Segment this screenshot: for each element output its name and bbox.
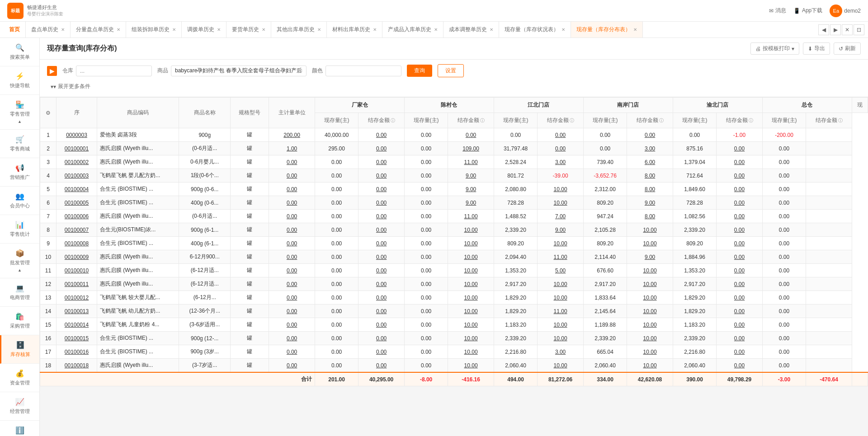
sidebar-item-wholesale[interactable]: 📦 批发管理 ▲ (0, 244, 39, 278)
close-icon[interactable]: ✕ (561, 27, 565, 32)
nav-prev-btn[interactable]: ◀ (818, 24, 829, 35)
cell-f2-amt: 0.00 (405, 237, 448, 250)
tab-5[interactable]: 其他出库单历史 ✕ (271, 22, 327, 38)
tab-10[interactable]: 现存量（库存分布表） ✕ (571, 22, 643, 38)
close-icon[interactable]: ✕ (434, 27, 438, 32)
sidebar-item-inventory[interactable]: 🗄️ 库存核算 (0, 335, 39, 364)
cell-f1-qty: 1.00 (269, 142, 315, 155)
cell-f3-amt: 801.72 (494, 169, 537, 183)
tab-7[interactable]: 产成品入库单历史 ✕ (382, 22, 443, 38)
expand-conditions-btn[interactable]: ▾▾ 展开更多条件 (47, 81, 861, 92)
cell-f3-qty: 10.00 (448, 223, 494, 237)
tab-4[interactable]: 要货单历史 ✕ (226, 22, 271, 38)
col-nanan-qty: 现存量(主) (583, 113, 627, 128)
refresh-button[interactable]: ↺ 刷新 (834, 42, 861, 55)
goods-input[interactable] (171, 66, 307, 76)
warehouse-input[interactable] (76, 66, 152, 76)
cell-f5-amt: 809.20 (673, 237, 716, 250)
sidebar-item-members[interactable]: 👥 会员中心 (0, 187, 39, 215)
close-icon[interactable]: ✕ (490, 27, 493, 32)
sidebar-item-operations[interactable]: 📈 经营管理 (0, 392, 39, 421)
cell-f3-amt: 2,060.40 (494, 359, 537, 373)
cell-f2-qty: 0.00 (359, 277, 405, 291)
col-group-total: 总仓 (762, 98, 852, 113)
cell-f2-amt: 0.00 (405, 277, 448, 291)
cell-f4-qty: 5.00 (538, 264, 584, 277)
tab-2[interactable]: 组装拆卸单历史 ✕ (126, 22, 182, 38)
color-label: 颜色 (312, 67, 323, 75)
user-area[interactable]: Ea demo2 (830, 5, 861, 17)
sidebar-item-retail-mgmt[interactable]: 🏪 零售管理 ▲ (0, 95, 39, 130)
sidebar-item-nav[interactable]: ⚡ 快捷导航 (0, 66, 39, 95)
table-row: 17 00100016 合生元 (BIOSTIME) ... 900g (3岁.… (40, 345, 868, 359)
nav-next-btn[interactable]: ▶ (830, 24, 841, 35)
close-icon[interactable]: ✕ (61, 27, 65, 32)
cell-spec: (0-6月适... (179, 210, 231, 223)
close-icon[interactable]: ✕ (217, 27, 221, 32)
cell-unit: 罐 (231, 291, 269, 305)
sidebar-item-retail-stats[interactable]: 📊 零售统计 (0, 215, 39, 244)
export-button[interactable]: ⬇ 导出 (803, 42, 830, 55)
cell-t-amt: 0.00 (762, 250, 806, 264)
page-header: 现存量查询(库存分布) 🖨 按模板打印 ▾ ⬇ 导出 ↺ 刷新 (40, 38, 868, 60)
sidebar-item-ecommerce[interactable]: 💻 电商管理 (0, 278, 39, 307)
app-download-btn[interactable]: 📱 App下载 (793, 7, 822, 14)
cell-extra (806, 196, 852, 210)
cell-code: 00100001 (57, 142, 97, 155)
message-btn[interactable]: ✉ 消息 (769, 7, 786, 14)
close-icon[interactable]: ✕ (633, 27, 637, 32)
close-icon[interactable]: ✕ (117, 27, 120, 32)
sidebar-item-finance[interactable]: 💰 资金管理 (0, 364, 39, 392)
cell-f4-qty: 10.00 (538, 183, 584, 196)
cell-no: 6 (40, 196, 57, 210)
sidebar-item-retail-mall[interactable]: 🛒 零售商城 (0, 130, 39, 158)
cell-spec: 6-12月900... (179, 250, 231, 264)
nav-expand-btn[interactable]: ⊡ (854, 24, 864, 35)
page-actions: 🖨 按模板打印 ▾ ⬇ 导出 ↺ 刷新 (750, 42, 861, 55)
tab-6[interactable]: 材料出库单历史 ✕ (327, 22, 382, 38)
cell-f4-qty: -39.00 (538, 169, 584, 183)
total-label: 合计 (40, 372, 315, 386)
tab-0[interactable]: 盘点单历史 ✕ (26, 22, 71, 38)
total-f3-amt: 81,272.06 (538, 372, 584, 386)
cell-f5-qty: 3.00 (627, 142, 673, 155)
cell-f2-amt: 0.00 (405, 210, 448, 223)
sidebar-item-purchase[interactable]: 🛍️ 采购管理 (0, 307, 39, 335)
tab-home[interactable]: 首页 (4, 22, 26, 38)
close-icon[interactable]: ✕ (262, 27, 265, 32)
filter-expand-arrow[interactable]: ▶ (47, 66, 57, 76)
cell-f4-qty: 0.00 (538, 142, 584, 155)
print-button[interactable]: 🖨 按模板打印 ▾ (750, 42, 799, 55)
col-factory-amt: 结存金额ⓘ (359, 113, 405, 128)
cell-f2-amt: 0.00 (405, 155, 448, 169)
cell-extra (806, 223, 852, 237)
nav-icon: ⚡ (15, 72, 24, 80)
cell-f2-qty: 0.00 (359, 223, 405, 237)
tab-8[interactable]: 成本调整单历史 ✕ (443, 22, 499, 38)
cell-f4-amt: 2,145.64 (583, 305, 627, 318)
cell-f1-qty: 0.00 (269, 264, 315, 277)
sidebar-item-basic-info[interactable]: ℹ️ 基础信息 (0, 421, 39, 436)
tab-1[interactable]: 分量盘点单历史 ✕ (71, 22, 126, 38)
cell-f3-qty: 0.00 (448, 128, 494, 142)
cell-f2-amt: 0.00 (405, 183, 448, 196)
tab-3[interactable]: 调拨单历史 ✕ (182, 22, 226, 38)
cell-f2-qty: 0.00 (359, 305, 405, 318)
nav-close-btn[interactable]: ✕ (842, 24, 853, 35)
cell-code: 00100014 (57, 318, 97, 332)
sidebar-item-search[interactable]: 🔍 搜索英单 (0, 38, 39, 66)
cell-f1-qty: 0.00 (269, 196, 315, 210)
sidebar-item-marketing[interactable]: 📢 营销推广 (0, 158, 39, 187)
cell-t-qty: 0.00 (717, 210, 763, 223)
total-f3-qty: 494.00 (494, 372, 537, 386)
cell-f2-qty: 0.00 (359, 318, 405, 332)
query-button[interactable]: 查询 (407, 65, 432, 77)
close-icon[interactable]: ✕ (373, 27, 377, 32)
tab-9[interactable]: 现存量（库存状况表） ✕ (499, 22, 571, 38)
setting-button[interactable]: 设置 (438, 64, 464, 77)
color-input[interactable] (326, 66, 401, 76)
cell-no: 10 (40, 250, 57, 264)
close-icon[interactable]: ✕ (172, 27, 176, 32)
close-icon[interactable]: ✕ (317, 27, 321, 32)
cell-t-amt: 0.00 (762, 155, 806, 169)
